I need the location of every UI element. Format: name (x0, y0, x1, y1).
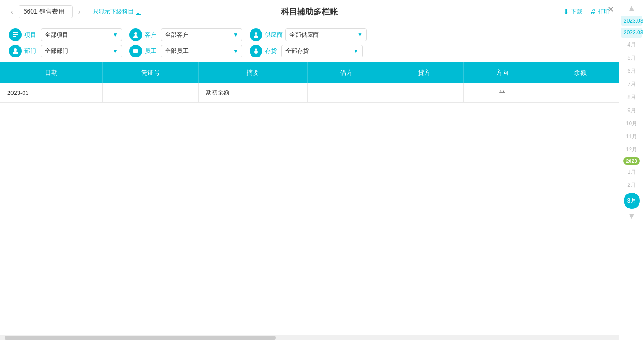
supplier-arrow-icon: ▼ (357, 32, 363, 38)
dept-value: 全部部门 (45, 47, 68, 55)
filter-row-1: 项目 全部项目 ▼ 客户 全部客户 ▼ (9, 28, 610, 41)
project-value: 全部项目 (45, 31, 68, 39)
col-debit: 借方 (307, 62, 385, 83)
timeline-item-1[interactable]: 1月 (619, 165, 644, 179)
scroll-thumb[interactable] (5, 336, 276, 340)
svg-rect-6 (134, 50, 137, 51)
cell-voucher (103, 83, 199, 103)
svg-point-4 (14, 48, 17, 51)
print-button[interactable]: 🖨 打印 (590, 8, 610, 16)
project-select[interactable]: 全部项目 ▼ (41, 28, 122, 41)
filter-item-employee: 员工 全部员工 ▼ (129, 45, 242, 57)
employee-arrow-icon: ▼ (233, 48, 238, 54)
ledger-table: 日期 凭证号 摘要 借方 贷方 方向 余额 2023-03 期初余额 平 (0, 62, 619, 103)
svg-rect-1 (13, 34, 18, 35)
filter-item-project: 项目 全部项目 ▼ (9, 28, 122, 41)
filter-item-inventory: 存货 全部存货 ▼ (250, 45, 363, 57)
customer-label: 客户 (145, 31, 158, 39)
timeline-item-2023-03-2[interactable]: 2023.03 (621, 28, 642, 38)
customer-value: 全部客户 (165, 31, 189, 39)
inventory-label: 存货 (265, 47, 279, 55)
timeline-up-button[interactable]: ▲ (619, 2, 644, 15)
svg-rect-2 (13, 36, 16, 37)
cell-date: 2023-03 (0, 83, 103, 103)
svg-rect-7 (134, 51, 137, 52)
timeline-item-7[interactable]: 7月 (619, 78, 644, 91)
show-sub-label: 只显示下级科目 (93, 8, 134, 16)
timeline-item-8[interactable]: 8月 (619, 91, 644, 104)
dept-label: 部门 (24, 47, 38, 55)
next-account-button[interactable]: › (76, 6, 82, 17)
timeline-active-3[interactable]: 3月 (624, 193, 640, 209)
download-label: 下载 (571, 8, 582, 16)
supplier-icon (250, 28, 262, 41)
filters: 项目 全部项目 ▼ 客户 全部客户 ▼ (0, 24, 619, 62)
supplier-label: 供应商 (265, 31, 283, 39)
prev-account-button[interactable]: ‹ (9, 6, 15, 17)
timeline-item-10[interactable]: 10月 (619, 117, 644, 130)
employee-icon (129, 45, 142, 57)
svg-rect-8 (134, 52, 136, 52)
download-icon: ⬇ (564, 8, 569, 15)
col-direction: 方向 (463, 62, 541, 83)
timeline-item-12[interactable]: 12月 (619, 143, 644, 156)
customer-arrow-icon: ▼ (233, 32, 238, 38)
project-icon (9, 28, 22, 41)
cell-credit (385, 83, 464, 103)
supplier-select[interactable]: 全部供应商 ▼ (285, 28, 367, 41)
account-name: 销售费用 (39, 8, 65, 15)
svg-point-3 (255, 32, 257, 35)
col-credit: 贷方 (385, 62, 464, 83)
filter-item-supplier: 供应商 全部供应商 ▼ (250, 28, 367, 41)
svg-rect-0 (13, 32, 18, 33)
svg-point-9 (254, 50, 258, 54)
customer-select[interactable]: 全部客户 ▼ (161, 28, 242, 41)
timeline-item-2[interactable]: 2月 (619, 179, 644, 192)
filter-row-2: 部门 全部部门 ▼ 员工 (9, 45, 610, 57)
project-label: 项目 (24, 31, 38, 39)
table-row: 2023-03 期初余额 平 (0, 83, 619, 103)
col-date: 日期 (0, 62, 103, 83)
col-summary: 摘要 (199, 62, 307, 83)
timeline-sidebar: ▲ 2023.03 2023.03 4月 5月 6月 7月 8月 9月 10月 … (619, 0, 644, 340)
timeline-item-5[interactable]: 5月 (619, 52, 644, 65)
horizontal-scrollbar[interactable] (0, 335, 619, 340)
chevron-down-icon: ⌄ (136, 9, 141, 15)
employee-label: 员工 (145, 47, 158, 55)
cell-summary: 期初余额 (199, 83, 307, 103)
account-nav: ‹ 6601 销售费用 › 只显示下级科目 ⌄ (9, 5, 141, 18)
supplier-value: 全部供应商 (289, 31, 319, 39)
show-sub-button[interactable]: 只显示下级科目 ⌄ (93, 8, 141, 16)
page-title: 科目辅助多栏账 (281, 6, 338, 17)
col-voucher: 凭证号 (103, 62, 199, 83)
dept-select[interactable]: 全部部门 ▼ (41, 45, 122, 57)
dept-arrow-icon: ▼ (113, 48, 118, 54)
timeline-item-6[interactable]: 6月 (619, 65, 644, 78)
print-icon: 🖨 (590, 8, 596, 15)
timeline-item-9[interactable]: 9月 (619, 104, 644, 117)
dept-icon (9, 45, 22, 57)
cell-direction: 平 (463, 83, 541, 103)
inventory-select[interactable]: 全部存货 ▼ (281, 45, 363, 57)
project-arrow-icon: ▼ (113, 32, 118, 38)
account-code: 6601 (24, 8, 38, 15)
header-actions: ⬇ 下载 🖨 打印 (564, 8, 610, 16)
account-display: 6601 销售费用 (19, 5, 73, 18)
close-button[interactable]: ✕ (607, 5, 614, 14)
year-badge-2023: 2023 (623, 157, 639, 165)
timeline-down-button[interactable]: ▼ (619, 210, 644, 223)
timeline-item-4[interactable]: 4月 (619, 38, 644, 52)
filter-item-customer: 客户 全部客户 ▼ (129, 28, 242, 41)
timeline-item-11[interactable]: 11月 (619, 130, 644, 143)
inventory-value: 全部存货 (285, 47, 309, 55)
customer-icon (129, 28, 142, 41)
inventory-arrow-icon: ▼ (353, 48, 359, 54)
table-container: 日期 凭证号 摘要 借方 贷方 方向 余额 2023-03 期初余额 平 (0, 62, 619, 335)
employee-select[interactable]: 全部员工 ▼ (161, 45, 242, 57)
table-header-row: 日期 凭证号 摘要 借方 贷方 方向 余额 (0, 62, 619, 83)
timeline-item-2023-03-1[interactable]: 2023.03 (621, 16, 642, 26)
header: ‹ 6601 销售费用 › 只显示下级科目 ⌄ 科目辅助多栏账 ⬇ 下载 (0, 0, 619, 24)
download-button[interactable]: ⬇ 下载 (564, 8, 582, 16)
col-balance: 余额 (541, 62, 619, 83)
filter-item-dept: 部门 全部部门 ▼ (9, 45, 122, 57)
